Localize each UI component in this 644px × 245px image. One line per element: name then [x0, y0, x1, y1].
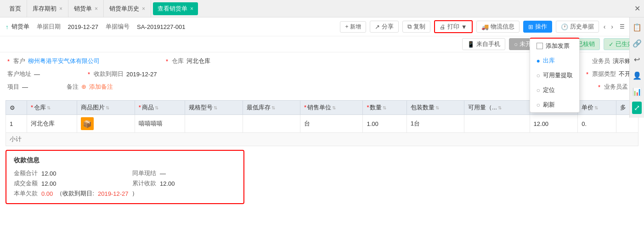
- logistics-button[interactable]: 🚚 物流信息: [476, 21, 520, 33]
- product-image: 📦: [81, 117, 94, 130]
- no-label: 单据编号: [106, 23, 130, 31]
- doc-title-area: ↑ 销货单: [6, 23, 29, 31]
- tab-sales-history[interactable]: 销货单历史 ×: [104, 0, 151, 17]
- owed-row: 本单欠款 0.00 （收款到期日: 2019-12-27 ）: [14, 189, 236, 198]
- bottom-info-box: 收款信息 金额合计 12.00 同单现结 — 成交金额 12.00 累计收款 1…: [6, 150, 244, 204]
- history-icon: 🕐: [561, 23, 568, 30]
- dropdown-menu: 添加发票 ● 出库 ○ 可用量提取 ○ 定位 ○ 刷新: [530, 38, 580, 113]
- owed-value: 0.00: [41, 190, 53, 197]
- warehouse-value: 河北仓库: [186, 57, 210, 65]
- plus-icon: ⊕: [81, 83, 86, 90]
- bottom-info-title: 收款信息: [14, 156, 236, 165]
- doc-meta: 单据日期 2019-12-27 单据编号 SA-20191227-001: [37, 23, 186, 31]
- col-pack-qty: 包装数量⇅: [407, 101, 464, 115]
- owed-note-end: ）: [132, 189, 138, 198]
- same-order-row: 同单现结 —: [132, 169, 236, 177]
- share-button[interactable]: ↗ 分享: [370, 21, 399, 33]
- date-value: 2019-12-27: [68, 23, 99, 30]
- print-button[interactable]: 🖨 打印 ▼: [434, 20, 473, 33]
- share-icon: ↗: [375, 23, 380, 30]
- sidebar-icon-chart[interactable]: 📊: [631, 85, 644, 98]
- doc-type-icon: ↑: [6, 23, 9, 30]
- dropdown-available-qty[interactable]: ○ 可用量提取: [530, 68, 579, 83]
- invoice-checkbox-icon: [537, 43, 543, 49]
- row-qty: 1.00: [363, 115, 407, 133]
- col-product: *商品⇅: [135, 101, 185, 115]
- address-field: 客户地址 —: [7, 70, 40, 78]
- customer-field: * 客户 柳州粤港平安气体有限公司: [7, 57, 100, 65]
- copy-button[interactable]: ⧉ 复制: [402, 21, 430, 33]
- project-value: —: [22, 84, 28, 91]
- tab-view-sales[interactable]: 查看销货单 ×: [153, 2, 198, 15]
- print-icon: 🖨: [440, 23, 446, 30]
- tab-sales-order[interactable]: 销货单 ×: [68, 0, 104, 17]
- phone-icon: 📱: [467, 41, 475, 48]
- due-date-field: * 收款到期日 2019-12-27: [88, 70, 157, 78]
- from-phone-button[interactable]: 📱 来自手机: [462, 38, 505, 50]
- sidebar-icon-expand[interactable]: ⤢: [632, 102, 642, 114]
- sidebar-icon-link[interactable]: 🔗: [631, 37, 644, 50]
- table-body: 1 河北仓库 📦 嘻嘻嘻嘻 台 1.00 1台 12.00 0.: [6, 115, 638, 146]
- subtotal-row: 小计: [6, 133, 638, 146]
- next-record-button[interactable]: ›: [610, 23, 614, 30]
- doc-actions: + 新增 ↗ 分享 ⧉ 复制 🖨 打印 ▼ 🚚 物流信息: [340, 20, 638, 33]
- dropdown-add-invoice[interactable]: 添加发票: [530, 39, 579, 53]
- effective-icon: ✓: [609, 41, 614, 48]
- project-field: 项目 —: [7, 83, 28, 91]
- dropdown-locate[interactable]: ○ 定位: [530, 83, 579, 97]
- row-product-img: 📦: [77, 115, 135, 133]
- row-unit: 台: [300, 115, 363, 133]
- available-qty-radio-icon: ○: [537, 72, 540, 79]
- sidebar-icon-clipboard[interactable]: 📋: [631, 21, 644, 34]
- col-available: 可用量（...⇅: [464, 101, 530, 115]
- view-toggle-list[interactable]: ☰: [618, 22, 627, 31]
- owed-date: 2019-12-27: [98, 190, 129, 197]
- tab-close-inventory[interactable]: ×: [59, 6, 62, 12]
- due-date-value: 2019-12-27: [126, 71, 157, 78]
- sidebar-icon-user[interactable]: 👤: [631, 69, 644, 82]
- new-button[interactable]: + 新增: [340, 21, 366, 33]
- cumulative-row: 累计收款 12.00: [132, 179, 236, 188]
- row-pack-qty: 1台: [407, 115, 464, 133]
- row-spec: [185, 115, 243, 133]
- operate-button[interactable]: ⊞ 操作: [523, 21, 552, 33]
- row-unit-price: 0.: [578, 115, 616, 133]
- owed-note: （收款到期日:: [56, 189, 94, 198]
- doc-header: ↑ 销货单 单据日期 2019-12-27 单据编号 SA-20191227-0…: [0, 17, 644, 36]
- deal-amount-value: 12.00: [41, 180, 56, 187]
- print-dropdown-arrow: ▼: [461, 23, 467, 30]
- col-product-img: 商品图片⇅: [77, 101, 135, 115]
- tab-close-view-sales[interactable]: ×: [190, 6, 193, 12]
- dropdown-refresh[interactable]: ○ 刷新: [530, 97, 579, 112]
- refresh-radio-icon: ○: [537, 101, 540, 108]
- operate-icon: ⊞: [528, 23, 533, 30]
- customer-value[interactable]: 柳州粤港平安气体有限公司: [28, 57, 100, 65]
- row-available: [464, 115, 530, 133]
- subtotal-label: 小计: [6, 133, 638, 146]
- date-label: 单据日期: [37, 23, 61, 31]
- total-row: 金额合计 12.00: [14, 169, 118, 177]
- deal-amount-row: 成交金额 12.00: [14, 179, 118, 188]
- tab-bar: 首页 库存期初 × 销货单 × 销货单历史 × 查看销货单 × ✕: [0, 0, 644, 17]
- address-value: —: [34, 71, 40, 78]
- tab-close-sales[interactable]: ×: [95, 6, 98, 12]
- dropdown-outbound[interactable]: ● 出库: [530, 53, 579, 68]
- col-unit-price: 单价⇅: [578, 101, 616, 115]
- history-button[interactable]: 🕐 历史单据: [556, 21, 599, 33]
- tab-home[interactable]: 首页: [4, 0, 27, 17]
- prev-record-button[interactable]: ‹: [603, 23, 607, 30]
- copy-icon: ⧉: [407, 23, 412, 30]
- tab-inventory-open[interactable]: 库存期初 ×: [27, 0, 68, 17]
- row-min-stock: [243, 115, 300, 133]
- info-grid: 金额合计 12.00 同单现结 — 成交金额 12.00 累计收款 12.00: [14, 169, 236, 198]
- sidebar-icon-return[interactable]: ↩: [632, 53, 642, 66]
- right-sidebar: 📋 🔗 ↩ 👤 📊 ⤢: [629, 17, 644, 118]
- table-row: 1 河北仓库 📦 嘻嘻嘻嘻 台 1.00 1台 12.00 0.: [6, 115, 638, 133]
- add-note-button[interactable]: ⊕ 添加备注: [81, 83, 113, 91]
- same-order-value: —: [160, 170, 166, 177]
- col-settings[interactable]: ⚙: [6, 101, 27, 115]
- col-unit: *销售单位⇅: [300, 101, 363, 115]
- tab-close-history[interactable]: ×: [142, 6, 145, 12]
- cumulative-value: 12.00: [160, 180, 175, 187]
- global-close-button[interactable]: ✕: [634, 4, 640, 13]
